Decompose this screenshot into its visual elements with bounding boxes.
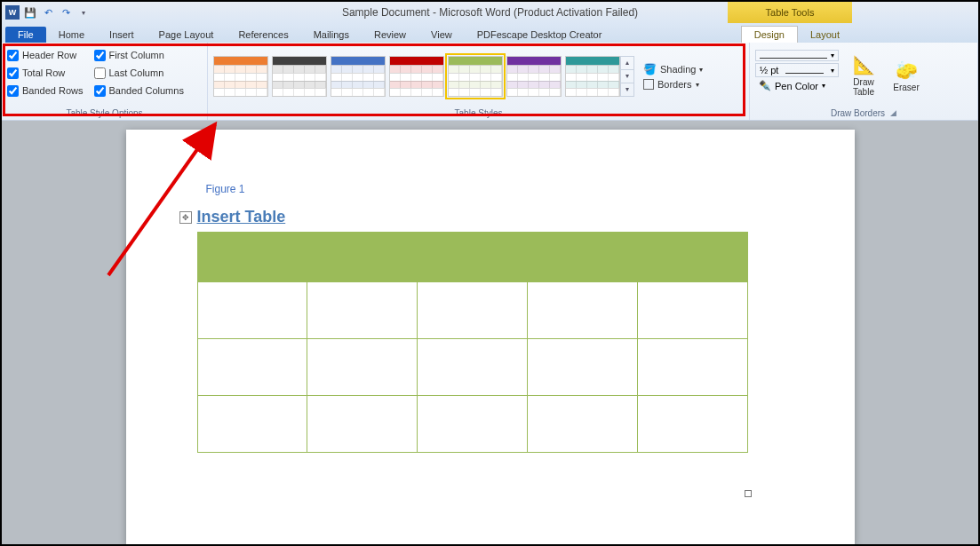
page: Figure 1 ✥ Insert Table — [126, 130, 855, 544]
group-label: Draw Borders ◢ — [755, 107, 972, 120]
pencil-table-icon: 📐 — [853, 54, 875, 75]
check-last-column[interactable]: Last Column — [94, 64, 184, 82]
table-move-handle[interactable]: ✥ — [179, 211, 192, 224]
tab-references[interactable]: References — [226, 27, 300, 43]
chevron-down-icon: ▾ — [831, 67, 834, 75]
check-banded-rows[interactable]: Banded Rows — [7, 82, 84, 99]
gallery-down-button[interactable]: ▾ — [621, 70, 633, 83]
line-style-dropdown[interactable]: ▾ — [755, 50, 839, 61]
group-table-styles: ▴ ▾ ▾ 🪣 Shading ▾ Borders ▾ — [208, 43, 750, 120]
title-bar: W 💾 ↶ ↷ ▾ Sample Document - Microsoft Wo… — [2, 2, 978, 23]
table-row — [197, 396, 747, 453]
eraser-button[interactable]: 🧽 Eraser — [887, 46, 926, 105]
group-draw-borders: ▾ ½ pt ▾ ✒️ Pen Color ▾ 📐 Draw Ta — [750, 43, 978, 120]
contextual-tab-label: Table Tools — [728, 2, 852, 23]
tab-design[interactable]: Design — [741, 26, 798, 43]
style-swatch[interactable] — [506, 56, 562, 97]
qat-dropdown-icon[interactable]: ▾ — [76, 5, 91, 20]
chevron-down-icon: ▾ — [822, 82, 825, 90]
style-swatch[interactable] — [389, 56, 444, 97]
bucket-icon: 🪣 — [643, 63, 657, 75]
document-heading[interactable]: Insert Table — [197, 208, 784, 226]
pen-color-button[interactable]: ✒️ Pen Color ▾ — [755, 79, 841, 92]
figure-caption[interactable]: Figure 1 — [206, 183, 784, 195]
dialog-launcher-icon[interactable]: ◢ — [890, 108, 896, 118]
line-style-preview — [760, 58, 827, 59]
style-swatch[interactable] — [565, 56, 620, 97]
quick-access-toolbar: W 💾 ↶ ↷ ▾ — [2, 5, 91, 20]
borders-icon — [643, 79, 654, 90]
gallery-more-button[interactable]: ▾ — [621, 83, 633, 96]
word-icon: W — [5, 5, 20, 20]
gallery-nav: ▴ ▾ ▾ — [620, 56, 634, 97]
table-resize-handle[interactable] — [745, 490, 752, 497]
style-swatch[interactable] — [213, 56, 268, 97]
chevron-down-icon: ▾ — [696, 81, 699, 89]
check-header-row[interactable]: Header Row — [7, 46, 84, 64]
tab-page-layout[interactable]: Page Layout — [147, 27, 227, 43]
ribbon: Header Row Total Row Banded Rows First C… — [2, 43, 978, 121]
eraser-icon: 🧽 — [896, 59, 918, 81]
tab-pdfescape[interactable]: PDFescape Desktop Creator — [465, 27, 615, 43]
pen-icon: ✒️ — [759, 80, 771, 91]
group-table-style-options: Header Row Total Row Banded Rows First C… — [2, 43, 208, 120]
table-row — [197, 339, 747, 396]
draw-table-button[interactable]: 📐 Draw Table — [844, 46, 883, 105]
table-row — [197, 233, 747, 282]
undo-icon[interactable]: ↶ — [41, 5, 55, 20]
tab-view[interactable]: View — [418, 27, 465, 43]
group-label: Table Style Options — [7, 107, 202, 120]
style-swatch[interactable] — [272, 56, 327, 97]
tab-layout[interactable]: Layout — [798, 27, 852, 43]
tab-review[interactable]: Review — [362, 27, 418, 43]
shading-button[interactable]: 🪣 Shading ▾ — [640, 62, 706, 76]
style-swatch[interactable] — [331, 56, 386, 97]
tab-mailings[interactable]: Mailings — [301, 27, 362, 43]
line-weight-dropdown[interactable]: ½ pt ▾ — [755, 63, 839, 77]
check-first-column[interactable]: First Column — [94, 46, 184, 64]
check-banded-columns[interactable]: Banded Columns — [94, 82, 184, 99]
check-total-row[interactable]: Total Row — [7, 64, 84, 82]
tab-insert[interactable]: Insert — [97, 27, 147, 43]
save-icon[interactable]: 💾 — [23, 5, 37, 20]
document-table[interactable] — [197, 232, 748, 453]
borders-button[interactable]: Borders ▾ — [640, 78, 706, 91]
table-row — [197, 282, 747, 339]
tab-file[interactable]: File — [5, 27, 46, 43]
group-label: Table Styles — [213, 107, 744, 120]
chevron-down-icon: ▾ — [831, 51, 834, 59]
document-workspace: Figure 1 ✥ Insert Table — [2, 121, 978, 544]
ribbon-tabs: File Home Insert Page Layout References … — [2, 23, 978, 43]
style-swatch[interactable] — [448, 56, 503, 97]
tab-home[interactable]: Home — [46, 27, 97, 43]
style-gallery — [213, 56, 620, 97]
chevron-down-icon: ▾ — [699, 66, 703, 74]
gallery-up-button[interactable]: ▴ — [621, 57, 633, 70]
redo-icon[interactable]: ↷ — [59, 5, 73, 20]
